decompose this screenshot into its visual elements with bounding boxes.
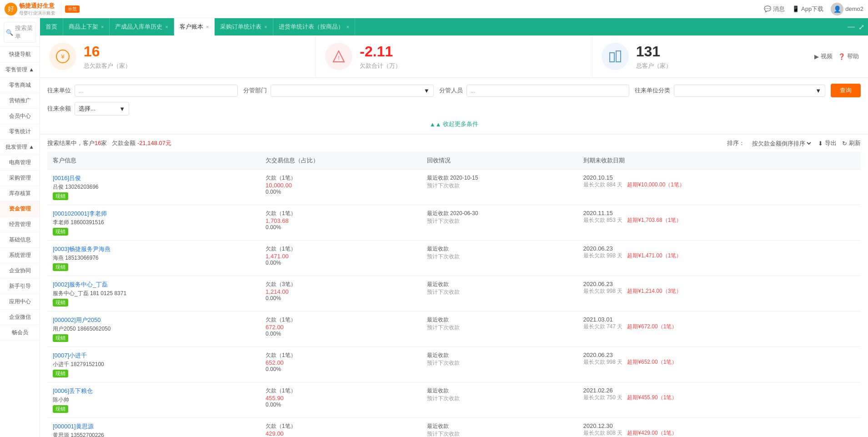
wechat-label: 企业微信 bbox=[2, 313, 38, 321]
user-profile-button[interactable]: 👤 demo2 bbox=[831, 3, 863, 15]
main-layout: 🔍 搜索菜单 快捷导航 零售管理 ▲ 零售商城 营销推广 会员中心 零售统计 bbox=[0, 18, 868, 437]
table-row: [000002]用户2050 用户2050 18665062050 现销 欠款（… bbox=[47, 311, 861, 347]
video-icon: ▶ bbox=[814, 53, 819, 60]
sidebar-item-member2[interactable]: 畅会员 bbox=[0, 325, 40, 341]
sidebar-item-basic[interactable]: 基础信息 bbox=[0, 232, 40, 248]
sidebar-item-purchase[interactable]: 采购管理 bbox=[0, 171, 40, 186]
sidebar-item-retail-store[interactable]: 零售商城 bbox=[0, 78, 40, 93]
sort-select[interactable]: 按欠款金额倒序排序 bbox=[750, 140, 813, 147]
debt-amount-5: 652.00 bbox=[266, 359, 416, 366]
logo-icon: 好 bbox=[5, 3, 17, 15]
collapse-label: 收起更多条件 bbox=[443, 120, 478, 128]
sidebar-item-wechat[interactable]: 企业微信 bbox=[0, 310, 40, 325]
customer-name-link-7[interactable]: [000001]黄思源 bbox=[53, 423, 94, 430]
overdue-amount-link-0[interactable]: 超期¥10,000.00（1笔） bbox=[627, 181, 685, 188]
overdue-days-6: 最长欠款 750 天 超期¥455.90（1笔） bbox=[583, 394, 855, 402]
export-button[interactable]: ⬇ 导出 bbox=[818, 139, 837, 147]
stat-right-actions: ▶ 视频 ❓ 帮助 bbox=[814, 52, 859, 60]
finance-label: 资金管理 bbox=[2, 205, 38, 213]
customer-name-link-2[interactable]: [0003]畅捷服务尹海燕 bbox=[53, 246, 110, 252]
sidebar-item-guide[interactable]: 新手引导 bbox=[0, 279, 40, 294]
tab-maximize-button[interactable]: ⤢ bbox=[858, 23, 864, 31]
sidebar-item-operations[interactable]: 经营管理 bbox=[0, 217, 40, 232]
sidebar-item-apps[interactable]: 应用中心 bbox=[0, 294, 40, 310]
app-download-button[interactable]: 📱 App下载 bbox=[792, 5, 823, 13]
data-table: 客户信息 欠交易信息（占比） 回收情况 到期未收款日期 [0016]吕俊 吕俊 … bbox=[47, 152, 861, 437]
customer-name-link-4[interactable]: [000002]用户2050 bbox=[53, 316, 101, 323]
next-payment-1: 预计下次收款 bbox=[427, 217, 572, 225]
tab-customer-ledger[interactable]: 客户账本 × bbox=[174, 18, 215, 35]
collapse-button[interactable]: ▲▲ 收起更多条件 bbox=[47, 120, 861, 128]
customer-name-link-3[interactable]: [0002]服务中心_丁磊 bbox=[53, 281, 108, 288]
apps-label: 应用中心 bbox=[2, 298, 38, 306]
cell-due-date-0: 2020.10.15 最长欠款 884 天 超期¥10,000.00（1笔） bbox=[578, 170, 861, 205]
tab-minimize-button[interactable]: — bbox=[848, 23, 855, 31]
overdue-amount-link-6[interactable]: 超期¥455.90（1笔） bbox=[627, 394, 677, 401]
tab-stock-history[interactable]: 产成品入库单历史 × bbox=[110, 18, 174, 35]
video-button[interactable]: ▶ 视频 bbox=[814, 52, 833, 60]
sidebar-item-retail[interactable]: 零售管理 ▲ bbox=[0, 62, 40, 78]
stat-total-number: 131 bbox=[636, 43, 672, 60]
cell-recovery-1: 最近收款 2020-06-30 预计下次收款 bbox=[421, 205, 578, 241]
sidebar-item-system[interactable]: 系统管理 bbox=[0, 248, 40, 263]
tab-product-listing-close[interactable]: × bbox=[101, 24, 104, 30]
tab-bar-actions: — ⤢ bbox=[848, 23, 868, 31]
tab-product-listing[interactable]: 商品上下架 × bbox=[63, 18, 110, 35]
next-payment-5: 预计下次收款 bbox=[427, 359, 572, 367]
sidebar-item-ecommerce[interactable]: 电商管理 bbox=[0, 155, 40, 171]
table-row: [0007]小进千 小进千 18279152100 现销 欠款（1笔） 652.… bbox=[47, 347, 861, 382]
customer-name-link-1[interactable]: [0001020001]李老师 bbox=[53, 210, 107, 217]
sidebar-item-wholesale[interactable]: 批发管理 ▲ bbox=[0, 140, 40, 155]
tab-stock-stats-close[interactable]: × bbox=[346, 24, 349, 30]
overdue-amount-link-4[interactable]: 超期¥672.00（1笔） bbox=[627, 323, 677, 330]
customer-name-link-6[interactable]: [0006]丢下粮仓 bbox=[53, 387, 93, 394]
overdue-amount-link-2[interactable]: 超期¥1,471.00（1笔） bbox=[627, 252, 682, 259]
sidebar-item-marketing[interactable]: 营销推广 bbox=[0, 93, 40, 109]
filter-unit-input[interactable]: ... bbox=[75, 85, 238, 97]
sidebar-item-retail-stats[interactable]: 零售统计 bbox=[0, 124, 40, 140]
retail-label: 零售管理 ▲ bbox=[2, 66, 38, 74]
debt-count-6: 欠款（1笔） bbox=[266, 387, 416, 395]
table-row: [0006]丢下粮仓 陈小帅 现销 欠款（1笔） 455.90 0.00% 最近… bbox=[47, 382, 861, 418]
filter-area: 往来单位 ... 分管部门 ▼ bbox=[40, 78, 868, 134]
logo-sub: 母婴行业演示账套 bbox=[19, 10, 55, 16]
search-button[interactable]: 查询 bbox=[831, 84, 861, 97]
svg-text:!: ! bbox=[338, 55, 340, 61]
filter-dept-select[interactable]: ▼ bbox=[271, 85, 434, 97]
overdue-amount-link-5[interactable]: 超期¥652.00（1笔） bbox=[627, 359, 677, 365]
message-button[interactable]: 💬 消息 bbox=[764, 5, 785, 13]
tab-purchase-stats[interactable]: 采购订单统计表 × bbox=[215, 18, 273, 35]
filter-person-input[interactable]: ... bbox=[467, 85, 630, 97]
tab-stock-history-close[interactable]: × bbox=[165, 24, 168, 30]
tab-stock-stats-label: 进货单统计表（按商品） bbox=[279, 23, 344, 31]
recent-payment-5: 最近收款 bbox=[427, 352, 572, 359]
tab-purchase-stats-close[interactable]: × bbox=[264, 24, 267, 30]
help-button[interactable]: ❓ 帮助 bbox=[838, 52, 859, 60]
table-header-row: 客户信息 欠交易信息（占比） 回收情况 到期未收款日期 bbox=[47, 152, 861, 170]
cell-customer-7: [000001]黄思源 黄思源 13552700226 现销 bbox=[47, 418, 260, 437]
customer-name-link-0[interactable]: [0016]吕俊 bbox=[53, 175, 81, 181]
refresh-button[interactable]: ↻ 刷新 bbox=[842, 139, 861, 147]
sidebar-item-collab[interactable]: 企业协同 bbox=[0, 263, 40, 279]
tab-customer-ledger-close[interactable]: × bbox=[206, 24, 209, 30]
cell-due-date-7: 2020.12.30 最长欠款 808 天 超期¥429.00（1笔） bbox=[578, 418, 861, 437]
filter-category-select[interactable]: ▼ bbox=[674, 85, 825, 97]
customer-name-link-5[interactable]: [0007]小进千 bbox=[53, 352, 87, 359]
sidebar-item-inventory[interactable]: 库存核算 bbox=[0, 186, 40, 201]
sidebar-item-finance[interactable]: 资金管理 bbox=[0, 201, 40, 217]
overdue-amount-link-7[interactable]: 超期¥429.00（1笔） bbox=[627, 430, 677, 436]
search-menu-button[interactable]: 🔍 搜索菜单 bbox=[4, 22, 36, 43]
sidebar-item-quicknav[interactable]: 快捷导航 bbox=[0, 47, 40, 62]
app-label: App下载 bbox=[801, 5, 823, 13]
recent-payment-2: 最近收款 bbox=[427, 245, 572, 253]
sidebar-item-member[interactable]: 会员中心 bbox=[0, 109, 40, 124]
overdue-amount-link-3[interactable]: 超期¥1,214.00（3笔） bbox=[627, 288, 682, 294]
filter-balance-select[interactable]: 选择... ▼ bbox=[75, 102, 129, 116]
tab-home[interactable]: 首页 bbox=[40, 18, 63, 35]
table-header: 搜索结果中，客户16家 欠款金额 -21,148.07元 排序： 按欠款金额倒序… bbox=[47, 135, 861, 152]
debt-percent-6: 0.00% bbox=[266, 402, 416, 408]
tab-stock-stats[interactable]: 进货单统计表（按商品） × bbox=[273, 18, 355, 35]
sidebar-search: 🔍 搜索菜单 bbox=[0, 18, 40, 47]
col-due-date: 到期未收款日期 bbox=[578, 152, 861, 170]
overdue-amount-link-1[interactable]: 超期¥1,703.68（1笔） bbox=[627, 217, 682, 223]
